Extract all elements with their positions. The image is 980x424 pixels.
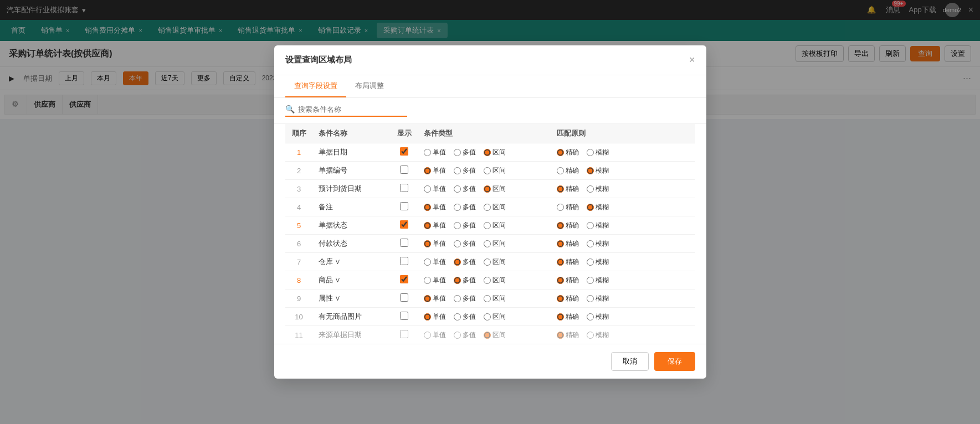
type-radio[interactable]	[424, 149, 431, 156]
display-checkbox[interactable]	[400, 184, 408, 192]
match-radio[interactable]	[587, 204, 594, 211]
type-radio[interactable]	[484, 240, 491, 247]
match-radio-item[interactable]: 精确	[557, 166, 579, 175]
cancel-button[interactable]: 取消	[611, 352, 649, 371]
match-radio-item[interactable]: 模糊	[587, 294, 609, 303]
match-radio[interactable]	[587, 167, 594, 174]
type-radio[interactable]	[484, 277, 491, 284]
type-radio-item[interactable]: 区间	[484, 166, 506, 175]
type-radio-item[interactable]: 单值	[424, 184, 446, 194]
type-radio[interactable]	[454, 295, 461, 302]
type-radio-item[interactable]: 多值	[454, 221, 476, 230]
match-radio-item[interactable]: 精确	[557, 184, 579, 194]
type-radio[interactable]	[454, 258, 461, 266]
match-radio[interactable]	[557, 313, 564, 320]
match-radio-item[interactable]: 模糊	[587, 330, 609, 340]
modal-close-button[interactable]: ×	[689, 54, 695, 66]
type-radio[interactable]	[484, 149, 491, 156]
type-radio[interactable]	[454, 222, 461, 229]
tab-layout-adjust[interactable]: 布局调整	[346, 75, 393, 97]
type-radio-item[interactable]: 多值	[454, 184, 476, 194]
type-radio[interactable]	[484, 185, 491, 193]
match-radio-item[interactable]: 精确	[557, 312, 579, 322]
display-checkbox[interactable]	[400, 147, 408, 156]
type-radio[interactable]	[454, 313, 461, 320]
type-radio[interactable]	[484, 295, 491, 302]
match-radio-item[interactable]: 模糊	[587, 203, 609, 212]
type-radio-item[interactable]: 单值	[424, 203, 446, 212]
type-radio[interactable]	[454, 204, 461, 211]
match-radio-item[interactable]: 模糊	[587, 257, 609, 267]
match-radio-item[interactable]: 精确	[557, 330, 579, 340]
match-radio[interactable]	[557, 240, 564, 247]
match-radio-item[interactable]: 精确	[557, 239, 579, 249]
save-button[interactable]: 保存	[654, 352, 695, 371]
match-radio[interactable]	[557, 258, 564, 266]
match-radio[interactable]	[587, 222, 594, 229]
match-radio[interactable]	[557, 332, 564, 339]
match-radio-item[interactable]: 模糊	[587, 312, 609, 322]
match-radio[interactable]	[587, 258, 594, 266]
type-radio-item[interactable]: 多值	[454, 203, 476, 212]
match-radio[interactable]	[587, 295, 594, 302]
type-radio-item[interactable]: 多值	[454, 166, 476, 175]
match-radio-item[interactable]: 精确	[557, 294, 579, 303]
type-radio[interactable]	[424, 167, 431, 174]
display-checkbox[interactable]	[400, 166, 408, 174]
display-checkbox[interactable]	[400, 293, 408, 302]
display-checkbox[interactable]	[400, 312, 408, 320]
match-radio[interactable]	[557, 185, 564, 193]
type-radio[interactable]	[424, 277, 431, 284]
type-radio-item[interactable]: 多值	[454, 294, 476, 303]
type-radio[interactable]	[424, 240, 431, 247]
type-radio-item[interactable]: 区间	[484, 239, 506, 249]
type-radio-item[interactable]: 单值	[424, 221, 446, 230]
type-radio-item[interactable]: 区间	[484, 330, 506, 340]
type-radio[interactable]	[484, 332, 491, 339]
type-radio[interactable]	[454, 185, 461, 193]
type-radio[interactable]	[484, 167, 491, 174]
type-radio[interactable]	[424, 222, 431, 229]
type-radio-item[interactable]: 单值	[424, 294, 446, 303]
type-radio-item[interactable]: 多值	[454, 330, 476, 340]
match-radio[interactable]	[587, 332, 594, 339]
match-radio[interactable]	[587, 149, 594, 156]
type-radio[interactable]	[424, 185, 431, 193]
match-radio-item[interactable]: 精确	[557, 257, 579, 267]
type-radio-item[interactable]: 多值	[454, 312, 476, 322]
type-radio[interactable]	[454, 277, 461, 284]
type-radio-item[interactable]: 多值	[454, 239, 476, 249]
match-radio-item[interactable]: 模糊	[587, 148, 609, 157]
type-radio[interactable]	[424, 332, 431, 339]
tab-query-fields[interactable]: 查询字段设置	[285, 75, 346, 97]
type-radio[interactable]	[484, 222, 491, 229]
match-radio[interactable]	[557, 277, 564, 284]
type-radio-item[interactable]: 多值	[454, 148, 476, 157]
type-radio[interactable]	[484, 258, 491, 266]
type-radio[interactable]	[424, 313, 431, 320]
display-checkbox[interactable]	[400, 275, 408, 283]
type-radio-item[interactable]: 区间	[484, 184, 506, 194]
type-radio[interactable]	[454, 167, 461, 174]
type-radio-item[interactable]: 单值	[424, 148, 446, 157]
type-radio[interactable]	[454, 332, 461, 339]
match-radio-item[interactable]: 模糊	[587, 276, 609, 285]
match-radio-item[interactable]: 模糊	[587, 166, 609, 175]
type-radio-item[interactable]: 单值	[424, 330, 446, 340]
display-checkbox[interactable]	[400, 330, 408, 338]
type-radio[interactable]	[484, 204, 491, 211]
match-radio[interactable]	[557, 167, 564, 174]
type-radio[interactable]	[484, 313, 491, 320]
type-radio-item[interactable]: 区间	[484, 148, 506, 157]
match-radio-item[interactable]: 精确	[557, 221, 579, 230]
match-radio[interactable]	[557, 204, 564, 211]
type-radio[interactable]	[424, 204, 431, 211]
search-input[interactable]	[298, 105, 398, 113]
match-radio-item[interactable]: 精确	[557, 148, 579, 157]
display-checkbox[interactable]	[400, 257, 408, 265]
type-radio-item[interactable]: 区间	[484, 203, 506, 212]
type-radio-item[interactable]: 区间	[484, 276, 506, 285]
type-radio-item[interactable]: 单值	[424, 257, 446, 267]
type-radio[interactable]	[454, 240, 461, 247]
match-radio[interactable]	[587, 185, 594, 193]
